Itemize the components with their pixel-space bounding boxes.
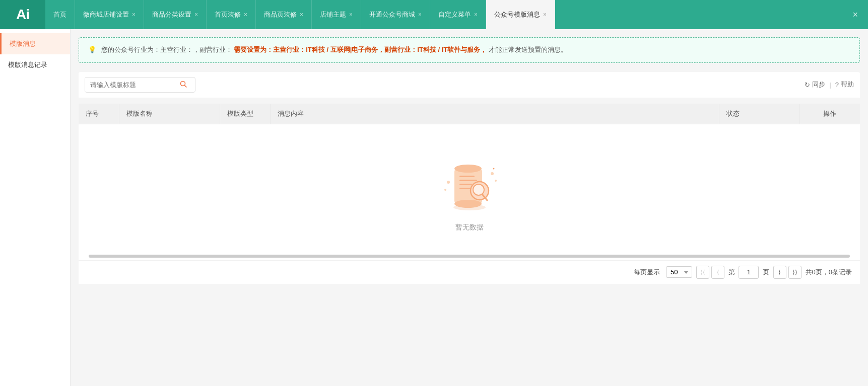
nav-tab-home-decoration[interactable]: 首页装修 ×: [207, 0, 256, 29]
svg-line-1: [185, 85, 187, 87]
data-table: 序号模版名称模版类型消息内容状态操作: [79, 104, 860, 124]
sync-button[interactable]: ↻ 同步: [805, 80, 825, 89]
svg-point-5: [454, 200, 482, 208]
help-label: 帮助: [841, 80, 854, 89]
sync-icon: ↻: [805, 81, 810, 89]
nav-tab-home[interactable]: 首页: [45, 0, 75, 29]
table-header-name: 模版名称: [119, 104, 220, 124]
divider: |: [829, 81, 831, 89]
help-icon: ?: [835, 81, 839, 89]
nav-tab-shop-settings[interactable]: 微商城店铺设置 ×: [75, 0, 144, 29]
close-tab-icon[interactable]: ×: [300, 12, 303, 18]
table-header-index: 序号: [79, 104, 119, 124]
toolbar: ↻ 同步 | ? 帮助: [79, 72, 860, 98]
nav-tab-product-decoration[interactable]: 商品页装修 ×: [256, 0, 312, 29]
brand-logo: Ai: [0, 0, 45, 29]
main-layout: 模版消息模版消息记录 💡 您的公众号行业为：主营行业：，副营行业： 需要设置为：…: [0, 29, 868, 386]
first-page-button[interactable]: ⟨⟨: [696, 266, 709, 279]
sidebar-item-template-message[interactable]: 模版消息: [0, 33, 70, 54]
page-suffix: 页: [761, 268, 771, 277]
nav-tabs-container: 首页微商城店铺设置 ×商品分类设置 ×首页装修 ×商品页装修 ×店铺主题 ×开通…: [45, 0, 842, 29]
svg-point-4: [454, 165, 482, 173]
toolbar-right: ↻ 同步 | ? 帮助: [805, 80, 854, 89]
horizontal-scrollbar[interactable]: [79, 252, 860, 260]
sync-label: 同步: [812, 80, 825, 89]
svg-rect-8: [459, 184, 472, 185]
svg-point-16: [447, 181, 450, 184]
search-box[interactable]: [85, 77, 195, 93]
nav-tab-category-settings[interactable]: 商品分类设置 ×: [144, 0, 207, 29]
table-header-status: 状态: [719, 104, 799, 124]
page-size-select: 每页显示 102050100: [634, 266, 692, 278]
page-size-dropdown[interactable]: 102050100: [666, 266, 692, 278]
table-header-content: 消息内容: [270, 104, 719, 124]
close-tab-icon[interactable]: ×: [244, 12, 247, 18]
close-tab-icon[interactable]: ×: [132, 12, 136, 18]
bulb-icon: 💡: [88, 46, 96, 53]
page-number-input[interactable]: [739, 266, 759, 279]
page-word: 第: [726, 268, 737, 277]
close-tab-icon[interactable]: ×: [543, 12, 547, 18]
help-button[interactable]: ? 帮助: [835, 80, 854, 89]
svg-rect-7: [459, 180, 477, 181]
close-tab-icon[interactable]: ×: [194, 12, 198, 18]
last-page-button[interactable]: ⟩⟩: [788, 266, 802, 279]
svg-point-17: [444, 189, 446, 191]
table-header-type: 模版类型: [220, 104, 270, 124]
close-all-button[interactable]: ×: [842, 0, 868, 29]
svg-point-11: [473, 184, 484, 195]
notice-box: 💡 您的公众号行业为：主营行业：，副营行业： 需要设置为：主营行业：IT科技 /…: [79, 37, 860, 63]
search-button[interactable]: [176, 78, 191, 92]
scrollbar-thumb[interactable]: [89, 255, 850, 258]
sidebar: 模版消息模版消息记录: [0, 29, 71, 386]
page-navigation: ⟨⟨ ⟨ 第 页 ⟩ ⟩⟩: [696, 266, 801, 279]
sidebar-item-template-message-record[interactable]: 模版消息记录: [0, 54, 70, 75]
table-wrapper: 序号模版名称模版类型消息内容状态操作: [79, 104, 860, 284]
empty-state: 暂无数据: [79, 124, 860, 252]
top-navigation: Ai 首页微商城店铺设置 ×商品分类设置 ×首页装修 ×商品页装修 ×店铺主题 …: [0, 0, 868, 29]
svg-point-14: [495, 180, 497, 182]
next-page-button[interactable]: ⟩: [773, 266, 786, 279]
total-info: 共0页，0条记录: [806, 268, 852, 277]
notice-suffix: 才能正常发送预置的消息。: [489, 46, 567, 53]
svg-point-15: [493, 168, 494, 169]
close-tab-icon[interactable]: ×: [418, 12, 422, 18]
table-header-action: 操作: [799, 104, 860, 124]
prev-page-button[interactable]: ⟨: [711, 266, 724, 279]
main-content: 💡 您的公众号行业为：主营行业：，副营行业： 需要设置为：主营行业：IT科技 /…: [71, 29, 868, 386]
nav-tab-custom-menu[interactable]: 自定义菜单 ×: [430, 0, 486, 29]
table-header-row: 序号模版名称模版类型消息内容状态操作: [79, 104, 860, 124]
close-tab-icon[interactable]: ×: [474, 12, 478, 18]
notice-highlight: 需要设置为：主营行业：IT科技 / 互联网|电子商务，副营行业：IT科技 / I…: [234, 46, 487, 53]
page-size-label: 每页显示: [634, 268, 660, 277]
svg-point-13: [491, 172, 494, 175]
nav-tab-shop-theme[interactable]: 店铺主题 ×: [312, 0, 361, 29]
nav-tab-open-mall[interactable]: 开通公众号商城 ×: [361, 0, 430, 29]
nav-tab-template-msg[interactable]: 公众号模版消息 ×: [486, 0, 555, 29]
empty-text: 暂无数据: [89, 223, 850, 232]
pagination: 每页显示 102050100 ⟨⟨ ⟨ 第 页 ⟩ ⟩⟩ 共0页，0条记录: [79, 260, 860, 284]
close-tab-icon[interactable]: ×: [349, 12, 353, 18]
notice-prefix: 您的公众号行业为：主营行业：，副营行业：: [101, 46, 232, 53]
svg-rect-6: [459, 176, 475, 177]
empty-icon: [439, 155, 500, 215]
search-input[interactable]: [85, 78, 176, 92]
